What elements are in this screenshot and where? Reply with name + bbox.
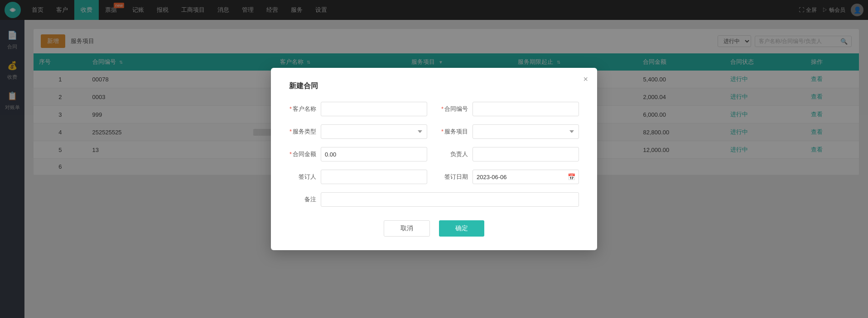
modal-overlay[interactable]: × 新建合同 *客户名称 *合同编号 *服务类型 (0, 0, 868, 318)
form-row-signer: 签订人 (289, 170, 427, 184)
form-grid: *客户名称 *合同编号 *服务类型 *服 (289, 102, 579, 207)
contract-no-input[interactable] (473, 102, 579, 116)
date-wrapper: 📅 (473, 170, 579, 184)
customer-name-label: *客户名称 (289, 105, 316, 113)
form-row-responsible: 负责人 (441, 147, 579, 161)
cancel-button[interactable]: 取消 (384, 220, 430, 237)
sign-date-label: 签订日期 (441, 173, 468, 181)
service-item-select[interactable] (473, 124, 579, 139)
contract-no-label: *合同编号 (441, 105, 468, 113)
form-row-service-item: *服务项目 (441, 124, 579, 139)
signer-input[interactable] (321, 170, 427, 184)
note-label: 备注 (289, 195, 316, 204)
responsible-input[interactable] (473, 147, 579, 161)
form-row-note: 备注 (289, 192, 579, 207)
sign-date-input[interactable] (473, 170, 579, 184)
modal-footer: 取消 确定 (289, 220, 579, 237)
note-input[interactable] (321, 192, 579, 207)
form-row-amount: *合同金额 (289, 147, 427, 161)
signer-label: 签订人 (289, 173, 316, 181)
modal-title: 新建合同 (289, 81, 579, 91)
form-row-service-type: *服务类型 (289, 124, 427, 139)
responsible-label: 负责人 (441, 150, 468, 158)
amount-input[interactable] (321, 147, 427, 161)
form-row-customer: *客户名称 (289, 102, 427, 116)
customer-name-input[interactable] (321, 102, 427, 116)
form-row-contract-no: *合同编号 (441, 102, 579, 116)
service-type-label: *服务类型 (289, 128, 316, 136)
service-item-label: *服务项目 (441, 128, 468, 136)
form-row-sign-date: 签订日期 📅 (441, 170, 579, 184)
confirm-button[interactable]: 确定 (439, 220, 484, 237)
modal-close-button[interactable]: × (583, 75, 588, 83)
modal-new-contract: × 新建合同 *客户名称 *合同编号 *服务类型 (271, 68, 597, 250)
amount-label: *合同金额 (289, 150, 316, 158)
service-type-select[interactable] (321, 124, 427, 139)
